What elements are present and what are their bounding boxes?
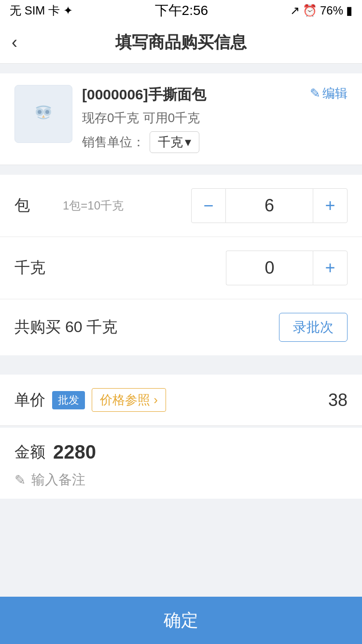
price-label: 单价 (14, 390, 45, 411)
price-row: 单价 批发 价格参照 › 38 (0, 375, 362, 426)
kg-label: 千克 (14, 257, 53, 279)
input-section: 包 1包=10千克 − + 千克 + (0, 175, 362, 299)
kg-row: 千克 + (0, 237, 362, 299)
price-value: 38 (328, 390, 348, 410)
product-unit-row: 销售单位： 千克 ▾ (82, 131, 348, 153)
status-time: 下午2:56 (155, 1, 209, 20)
amount-row: 金额 2280 (14, 441, 348, 463)
product-stock: 现存0千克 可用0千克 (82, 110, 348, 126)
kg-input[interactable] (226, 251, 313, 285)
battery-text: 76% (320, 4, 343, 17)
battery-icon: ▮ (346, 4, 352, 17)
amount-value: 2280 (53, 441, 96, 463)
kg-plus-button[interactable]: + (313, 251, 348, 285)
product-logo-icon (29, 99, 58, 128)
product-info: [0000006]手撕面包 现存0千克 可用0千克 销售单位： 千克 ▾ (82, 85, 348, 153)
unit-select[interactable]: 千克 ▾ (150, 131, 199, 153)
svg-marker-4 (42, 115, 45, 118)
bao-label: 包 (14, 195, 53, 216)
svg-point-3 (45, 110, 49, 114)
page-title: 填写商品购买信息 (115, 31, 247, 54)
separator-2 (0, 355, 362, 365)
svg-point-2 (38, 110, 42, 114)
chevron-down-icon: ▾ (185, 135, 191, 150)
status-right: ↗ ⏰ 76% ▮ (290, 4, 352, 17)
alarm-icon: ⏰ (303, 4, 317, 17)
amount-label: 金额 (14, 442, 45, 463)
nav-bar: ‹ 填写商品购买信息 (0, 21, 362, 64)
product-card: [0000006]手撕面包 现存0千克 可用0千克 销售单位： 千克 ▾ ✎ 编… (0, 73, 362, 165)
status-bar: 无 SIM 卡 ✦ 下午2:56 ↗ ⏰ 76% ▮ (0, 0, 362, 21)
bao-hint: 1包=10千克 (63, 198, 181, 213)
bao-plus-button[interactable]: + (313, 188, 348, 223)
back-button[interactable]: ‹ (12, 32, 17, 53)
product-image (14, 85, 72, 143)
bao-input[interactable] (226, 188, 313, 223)
price-left: 单价 批发 价格参照 › (14, 388, 166, 412)
remark-icon: ✎ (14, 472, 26, 488)
bao-controls: − + (191, 188, 348, 223)
bao-row: 包 1包=10千克 − + (0, 175, 362, 237)
batch-button[interactable]: 录批次 (279, 313, 348, 342)
status-left: 无 SIM 卡 ✦ (10, 3, 73, 18)
edit-button[interactable]: ✎ 编辑 (310, 85, 348, 102)
unit-label: 销售单位： (82, 134, 145, 151)
price-ref-button[interactable]: 价格参照 › (92, 388, 166, 412)
gps-icon: ↗ (290, 4, 300, 17)
remark-row[interactable]: ✎ 输入备注 (14, 471, 348, 489)
total-text: 共购买 60 千克 (14, 317, 117, 338)
amount-section: 金额 2280 ✎ 输入备注 (0, 428, 362, 499)
edit-icon: ✎ (310, 86, 320, 101)
bao-minus-button[interactable]: − (191, 188, 226, 223)
price-section: 单价 批发 价格参照 › 38 (0, 375, 362, 426)
product-name: [0000006]手撕面包 (82, 85, 348, 105)
kg-controls: + (226, 251, 348, 285)
sim-status: 无 SIM 卡 ✦ (10, 3, 73, 18)
confirm-button[interactable]: 确定 (0, 597, 362, 644)
total-row: 共购买 60 千克 录批次 (0, 299, 362, 355)
separator-1 (0, 165, 362, 175)
remark-placeholder: 输入备注 (31, 471, 85, 489)
price-tag: 批发 (52, 391, 85, 409)
